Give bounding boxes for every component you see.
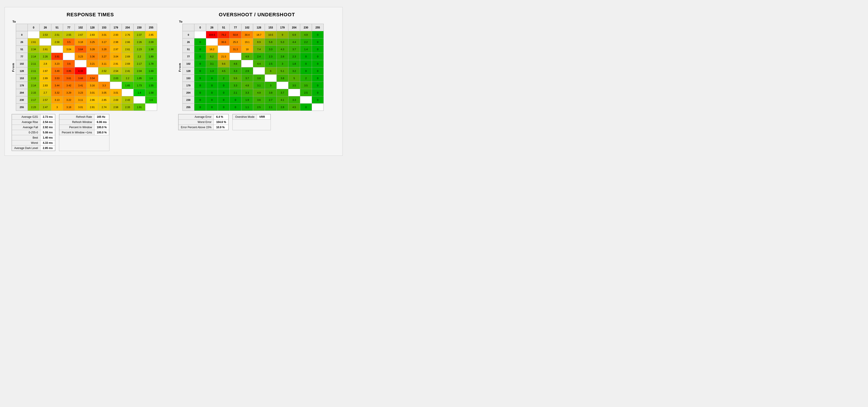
- heatmap-header: 102: [241, 24, 253, 31]
- overdrive-mode-label: Overdrive Mode: [233, 115, 257, 120]
- table-row: 23000001.93.62.74.13.30: [183, 96, 324, 103]
- rt-to-label: To: [12, 20, 169, 23]
- heatmap-cell: 0: [194, 96, 206, 103]
- heatmap-cell: [300, 96, 312, 103]
- heatmap-cell: 3.1: [253, 82, 265, 89]
- avg-fall-value: 2.92 ms: [40, 125, 55, 130]
- heatmap-cell: 18: [241, 46, 253, 53]
- table-row: 51016.231.3187.43.34.33.71.40: [183, 46, 324, 53]
- table-row: 1530025.53.73.83.8520: [183, 74, 324, 82]
- percent-in-window-label: Percent In Window: [59, 125, 94, 130]
- heatmap-cell: 3.32: [51, 89, 63, 96]
- heatmap-cell: [241, 60, 253, 67]
- worst-error-value: 104.6 %: [214, 120, 228, 125]
- heatmap-cell: 21.5: [218, 53, 230, 60]
- heatmap-cell: 4.9: [253, 89, 265, 96]
- row-label: 230: [183, 96, 194, 103]
- heatmap-cell: 2.58: [110, 103, 122, 111]
- table-row: 0104.679.250.830.418.710.596.94.90: [183, 31, 324, 38]
- heatmap-cell: 3.29: [63, 89, 75, 96]
- avg-rise-value: 2.54 ms: [40, 120, 55, 125]
- heatmap-cell: 3.2: [288, 67, 300, 74]
- heatmap-cell: 2.53: [39, 31, 51, 38]
- heatmap-header: 204: [122, 24, 133, 31]
- heatmap-cell: 2.33: [122, 103, 133, 111]
- heatmap-cell: 2.41: [122, 67, 133, 74]
- heatmap-header: 0: [28, 24, 39, 31]
- heatmap-cell: 3.21: [87, 60, 98, 67]
- heatmap-cell: 3.01: [98, 31, 110, 38]
- heatmap-cell: 1.78: [145, 60, 157, 67]
- heatmap-cell: 3.8: [277, 74, 288, 82]
- heatmap-cell: 3.23: [75, 89, 87, 96]
- heatmap-cell: 2: [300, 74, 312, 82]
- heatmap-cell: 0: [194, 60, 206, 67]
- heatmap-cell: [75, 60, 87, 67]
- heatmap-cell: 3.68: [75, 74, 87, 82]
- avg-rise-label: Average Rise: [12, 120, 40, 125]
- heatmap-cell: 5.8: [265, 38, 277, 46]
- heatmap-cell: 50.8: [230, 31, 241, 38]
- heatmap-cell: 2.14: [28, 82, 39, 89]
- heatmap-cell: 3: [277, 60, 288, 67]
- heatmap-cell: 31.3: [230, 46, 241, 53]
- heatmap-cell: 2.98: [110, 38, 122, 46]
- heatmap-header: 153: [98, 24, 110, 31]
- refresh-rate-label: Refresh Rate: [59, 115, 94, 120]
- heatmap-cell: 3.5: [288, 82, 300, 89]
- heatmap-cell: 0: [194, 38, 206, 46]
- heatmap-cell: 3.41: [75, 82, 87, 89]
- refresh-window-value: 6.06 ms: [94, 120, 109, 125]
- overdrive-mode-value: VRR: [257, 115, 270, 120]
- rt-grid-area: 026517710212815317920423025502.532.512.5…: [16, 24, 157, 111]
- error-above-15-label: Error Percent Above 15%: [179, 125, 214, 130]
- heatmap-cell: 16.2: [206, 46, 218, 53]
- heatmap-cell: 1.6: [145, 74, 157, 82]
- heatmap-cell: 3: [51, 103, 63, 111]
- heatmap-cell: 2.14: [28, 53, 39, 60]
- heatmap-cell: 3.04: [63, 46, 75, 53]
- zero-to-max-value: 5.08 ms: [40, 130, 55, 135]
- heatmap-cell: 4.5: [218, 67, 230, 74]
- avg-dark-label: Average Dark Level: [12, 146, 40, 151]
- heatmap-cell: 3.8: [265, 89, 277, 96]
- heatmap-cell: 4.4: [253, 60, 265, 67]
- heatmap-header: [16, 24, 28, 31]
- row-label: 0: [16, 31, 28, 38]
- heatmap-cell: 0: [300, 53, 312, 60]
- heatmap-cell: 3.5: [300, 82, 312, 89]
- heatmap-header: 179: [277, 24, 288, 31]
- heatmap-cell: 3.3: [230, 67, 241, 74]
- heatmap-cell: 0: [312, 46, 324, 53]
- heatmap-cell: 3.5: [63, 38, 75, 46]
- heatmap-cell: 2.23: [28, 103, 39, 111]
- heatmap-cell: 2.8: [277, 103, 288, 111]
- heatmap-cell: 2.74: [98, 103, 110, 111]
- heatmap-cell: 3.6: [253, 96, 265, 103]
- heatmap-cell: 3.01: [75, 103, 87, 111]
- heatmap-cell: 0: [194, 82, 206, 89]
- heatmap-cell: 3.16: [87, 82, 98, 89]
- heatmap-cell: 10.5: [265, 31, 277, 38]
- heatmap-cell: 1.85: [133, 74, 145, 82]
- heatmap-cell: 3.01: [87, 89, 98, 96]
- os-stat-row: Average Error 6.4 %: [179, 115, 228, 120]
- worst-value: 4.33 ms: [40, 140, 55, 146]
- heatmap-cell: 0: [300, 103, 312, 111]
- table-row: 1282.112.873.493.854.332.522.542.412.041…: [16, 67, 157, 74]
- table-row: 2552.232.4733.183.012.812.742.582.331.91: [16, 103, 157, 111]
- heatmap-cell: 2.1: [230, 89, 241, 96]
- heatmap-cell: 2.34: [28, 46, 39, 53]
- heatmap-cell: [98, 74, 110, 82]
- table-row: 12801.34.53.32.965.13.200: [183, 67, 324, 74]
- heatmap-cell: 1.6: [145, 96, 157, 103]
- percent-in-window-plus1-label: Percent In Window +1ms: [59, 130, 94, 135]
- heatmap-cell: 4.5: [288, 103, 300, 111]
- heatmap-cell: 0: [312, 60, 324, 67]
- heatmap-cell: 2.09: [145, 38, 157, 46]
- os-grid-area: 02651771021281531792042302550104.679.250…: [182, 24, 324, 111]
- heatmap-cell: 0: [218, 96, 230, 103]
- panels: RESPONSE TIMES To From 02651771021281531…: [11, 12, 336, 151]
- heatmap-cell: 4.6: [230, 60, 241, 67]
- heatmap-cell: 0: [206, 103, 218, 111]
